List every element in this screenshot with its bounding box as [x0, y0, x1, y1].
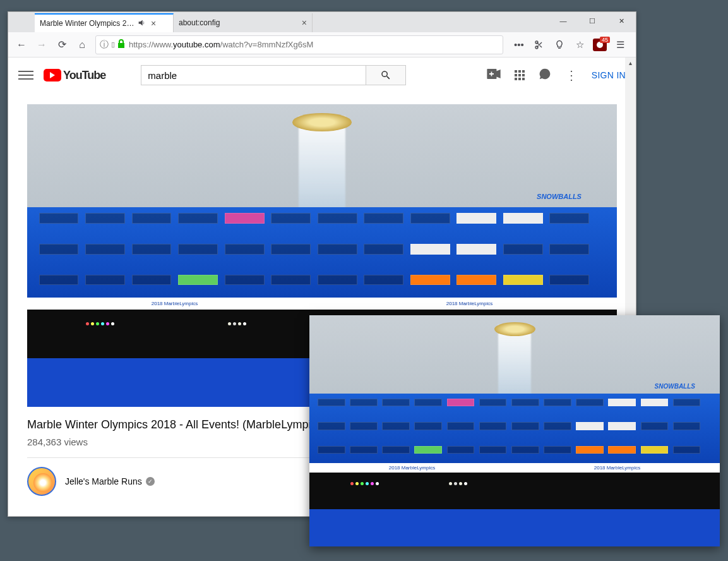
close-icon[interactable]: × [151, 18, 156, 28]
minimize-button[interactable]: — [549, 12, 578, 30]
youtube-logo-text: YouTube [63, 69, 105, 82]
youtube-logo-icon [44, 69, 61, 81]
scissors-icon[interactable] [530, 35, 549, 54]
channel-avatar[interactable] [27, 467, 56, 496]
sponsor-text: SNOWBALLS [537, 193, 582, 200]
window-controls: — ☐ ✕ [549, 12, 636, 30]
close-window-button[interactable]: ✕ [607, 12, 636, 30]
banner-text: 2018 MarbleLympics [446, 301, 493, 306]
search-container [141, 65, 406, 85]
guide-button[interactable] [18, 68, 33, 83]
ublock-icon[interactable] [590, 35, 609, 54]
hamburger-menu-icon[interactable]: ☰ [611, 35, 630, 54]
search-input[interactable] [141, 65, 366, 85]
home-button[interactable]: ⌂ [73, 35, 92, 54]
tab-title: Marble Winter Olympics 2018 - [40, 19, 134, 28]
more-icon[interactable]: ••• [510, 35, 528, 54]
youtube-logo[interactable]: YouTube [44, 69, 105, 82]
banner-text: 2018 MarbleLympics [389, 465, 436, 471]
url-text: https://www.youtube.com/watch?v=8mmNzfXg… [129, 40, 499, 49]
banner-text: 2018 MarbleLympics [152, 301, 198, 306]
audio-icon[interactable] [137, 18, 146, 29]
create-video-icon[interactable] [487, 69, 501, 82]
sponsor-text: SNOWBALLS [655, 383, 695, 390]
close-icon[interactable]: × [302, 18, 307, 28]
verified-badge-icon: ✓ [146, 477, 155, 486]
lightbulb-icon[interactable] [550, 35, 569, 54]
search-button[interactable] [366, 65, 406, 85]
youtube-header: YouTube ⋮ SIGN IN [8, 57, 636, 93]
nav-bar: ← → ⟳ ⌂ ⓘ ▯ https://www.youtube.com/watc… [8, 32, 636, 57]
forward-button[interactable]: → [32, 35, 51, 54]
tabs-bar: Marble Winter Olympics 2018 - × about:co… [8, 12, 636, 32]
url-bar[interactable]: ⓘ ▯ https://www.youtube.com/watch?v=8mmN… [95, 35, 503, 54]
search-icon [380, 69, 391, 81]
back-button[interactable]: ← [12, 35, 31, 54]
bookmark-star-icon[interactable]: ☆ [570, 35, 589, 54]
info-icon[interactable]: ⓘ [100, 39, 109, 51]
channel-name[interactable]: Jelle's Marble Runs ✓ [65, 476, 155, 486]
messages-icon[interactable] [539, 68, 551, 83]
banner-text: 2018 MarbleLympics [594, 465, 641, 471]
settings-dots-icon[interactable]: ⋮ [565, 68, 578, 83]
toolbar-icons: ••• ☆ ☰ [507, 35, 632, 54]
lock-icon [117, 39, 125, 50]
tab-title: about:config [179, 18, 220, 27]
tab-active[interactable]: Marble Winter Olympics 2018 - × [35, 13, 174, 32]
reload-button[interactable]: ⟳ [52, 35, 71, 54]
apps-icon[interactable] [515, 70, 525, 80]
header-actions: ⋮ SIGN IN [487, 68, 626, 83]
popout-video[interactable]: SNOWBALLS 2018 MarbleLympics 2018 Marble… [309, 315, 720, 546]
signin-button[interactable]: SIGN IN [592, 70, 626, 80]
tracking-icon: ▯ [111, 40, 115, 49]
tab-inactive[interactable]: about:config × [174, 13, 313, 32]
maximize-button[interactable]: ☐ [578, 12, 607, 30]
scroll-up-icon[interactable]: ▴ [625, 57, 636, 68]
